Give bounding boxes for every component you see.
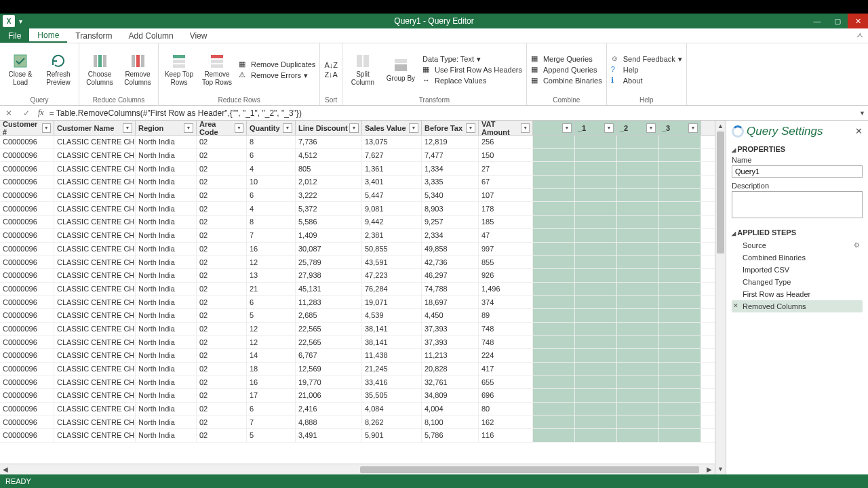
column-header[interactable]: Area Code▼: [197, 121, 247, 135]
table-cell[interactable]: 25,789: [296, 256, 362, 268]
tab-home[interactable]: Home: [29, 28, 67, 43]
choose-columns-button[interactable]: Choose Columns: [83, 53, 116, 87]
table-cell[interactable]: North India: [136, 429, 197, 442]
table-cell[interactable]: 3,222: [296, 189, 362, 202]
scroll-left-icon[interactable]: ◀: [0, 466, 11, 473]
table-row[interactable]: C0000096CLASSIC CENTRE CHDNorth India027…: [0, 415, 715, 429]
table-cell[interactable]: 89: [479, 309, 533, 322]
table-cell[interactable]: 67: [479, 176, 533, 188]
table-row[interactable]: C0000096CLASSIC CENTRE CHDNorth India021…: [0, 176, 715, 189]
table-cell[interactable]: [575, 389, 617, 402]
table-cell[interactable]: 27: [479, 162, 533, 175]
table-cell[interactable]: 178: [479, 202, 533, 215]
filter-icon[interactable]: ▼: [283, 123, 292, 133]
table-cell[interactable]: C0000096: [0, 309, 54, 322]
table-cell[interactable]: 12,569: [296, 363, 362, 375]
table-cell[interactable]: C0000096: [0, 216, 54, 228]
table-cell[interactable]: [659, 202, 701, 215]
merge-queries-button[interactable]: ▦Merge Queries: [531, 54, 602, 64]
table-cell[interactable]: 5,786: [422, 429, 479, 442]
table-cell[interactable]: [575, 309, 617, 322]
table-cell[interactable]: 02: [197, 389, 247, 402]
close-settings-button[interactable]: ✕: [855, 126, 863, 136]
scroll-down-icon[interactable]: ▼: [715, 464, 726, 474]
table-cell[interactable]: North India: [136, 403, 197, 415]
minimize-button[interactable]: —: [807, 14, 827, 28]
table-cell[interactable]: 02: [197, 269, 247, 282]
table-cell[interactable]: [617, 136, 659, 148]
table-cell[interactable]: [617, 415, 659, 428]
vertical-scrollbar[interactable]: ▲ ▼: [715, 121, 726, 474]
table-cell[interactable]: 2,334: [422, 229, 479, 242]
table-cell[interactable]: [659, 229, 701, 242]
applied-step[interactable]: Removed Columns✕: [732, 300, 863, 312]
table-cell[interactable]: [575, 336, 617, 348]
table-cell[interactable]: North India: [136, 415, 197, 428]
column-header[interactable]: _3▼: [659, 121, 701, 135]
formula-accept-button[interactable]: ✓: [20, 108, 33, 118]
table-cell[interactable]: 02: [197, 216, 247, 228]
table-cell[interactable]: 02: [197, 415, 247, 428]
table-cell[interactable]: [533, 162, 575, 175]
close-and-load-button[interactable]: Close & Load: [4, 53, 37, 87]
table-cell[interactable]: 32,761: [422, 375, 479, 388]
table-cell[interactable]: CLASSIC CENTRE CHD: [54, 349, 136, 362]
table-cell[interactable]: 4,888: [296, 415, 362, 428]
filter-icon[interactable]: ▼: [123, 123, 132, 133]
table-cell[interactable]: 02: [197, 336, 247, 348]
table-cell[interactable]: North India: [136, 189, 197, 202]
table-cell[interactable]: 6: [247, 149, 296, 162]
remove-top-rows-button[interactable]: Remove Top Rows: [201, 53, 233, 87]
table-cell[interactable]: [659, 429, 701, 442]
table-row[interactable]: C0000096CLASSIC CENTRE CHDNorth India021…: [0, 375, 715, 389]
table-cell[interactable]: [533, 375, 575, 388]
table-cell[interactable]: 9,257: [422, 216, 479, 228]
table-cell[interactable]: 21,245: [362, 363, 422, 375]
table-cell[interactable]: CLASSIC CENTRE CHD: [54, 296, 136, 308]
table-cell[interactable]: 02: [197, 189, 247, 202]
table-cell[interactable]: 02: [197, 309, 247, 322]
table-cell[interactable]: 7,736: [296, 136, 362, 148]
table-cell[interactable]: 35,505: [362, 389, 422, 402]
table-cell[interactable]: North India: [136, 296, 197, 308]
table-cell[interactable]: 4: [247, 162, 296, 175]
table-cell[interactable]: [617, 243, 659, 256]
table-cell[interactable]: [617, 269, 659, 282]
table-cell[interactable]: [617, 176, 659, 188]
table-cell[interactable]: [659, 296, 701, 308]
append-queries-button[interactable]: ▦Append Queries: [531, 65, 602, 75]
table-cell[interactable]: 19,071: [362, 296, 422, 308]
tab-add-column[interactable]: Add Column: [121, 28, 182, 43]
column-header[interactable]: ▼: [533, 121, 575, 135]
replace-values-button[interactable]: ↔Replace Values: [422, 76, 522, 85]
table-cell[interactable]: 02: [197, 429, 247, 442]
table-cell[interactable]: [659, 363, 701, 375]
remove-errors-button[interactable]: ⚠Remove Errors ▾: [239, 70, 315, 80]
table-cell[interactable]: CLASSIC CENTRE CHD: [54, 229, 136, 242]
table-cell[interactable]: [533, 216, 575, 228]
table-cell[interactable]: 7,477: [422, 149, 479, 162]
table-cell[interactable]: 30,087: [296, 243, 362, 256]
table-cell[interactable]: 4,004: [422, 403, 479, 415]
table-cell[interactable]: [659, 375, 701, 388]
table-cell[interactable]: 19,770: [296, 375, 362, 388]
table-cell[interactable]: [575, 202, 617, 215]
table-cell[interactable]: [575, 256, 617, 268]
table-cell[interactable]: 417: [479, 363, 533, 375]
table-cell[interactable]: [575, 136, 617, 148]
table-cell[interactable]: CLASSIC CENTRE CHD: [54, 363, 136, 375]
table-cell[interactable]: 374: [479, 296, 533, 308]
table-cell[interactable]: 4,084: [362, 403, 422, 415]
table-cell[interactable]: [659, 389, 701, 402]
table-cell[interactable]: [575, 375, 617, 388]
table-cell[interactable]: [575, 176, 617, 188]
table-cell[interactable]: [617, 375, 659, 388]
table-cell[interactable]: [659, 149, 701, 162]
table-cell[interactable]: 11,213: [422, 349, 479, 362]
table-cell[interactable]: [617, 336, 659, 348]
table-cell[interactable]: [617, 283, 659, 296]
table-cell[interactable]: [533, 349, 575, 362]
table-cell[interactable]: CLASSIC CENTRE CHD: [54, 375, 136, 388]
table-cell[interactable]: [659, 323, 701, 336]
table-cell[interactable]: CLASSIC CENTRE CHD: [54, 149, 136, 162]
